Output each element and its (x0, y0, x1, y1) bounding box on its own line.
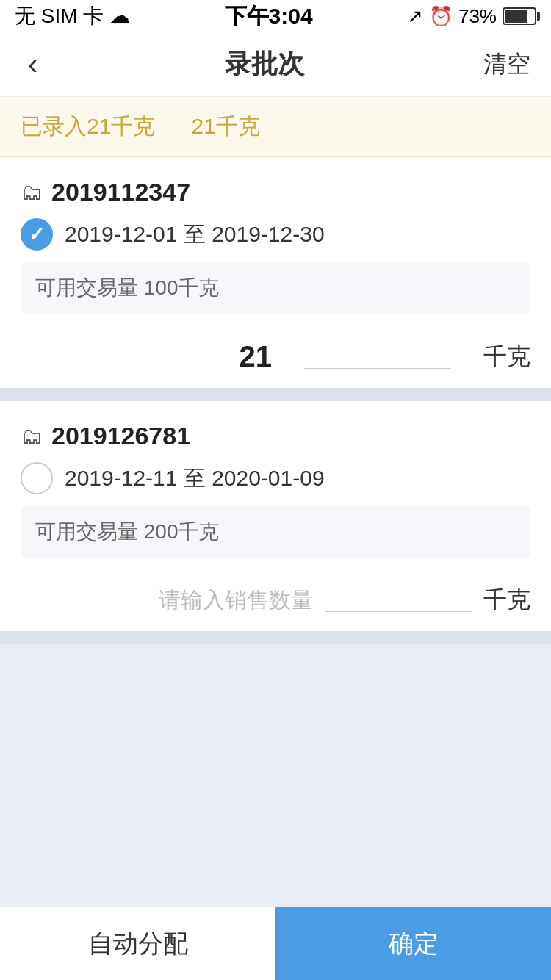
signal-text: 无 SIM 卡 ☁ (15, 2, 130, 30)
summary-banner: 已录入21千克 21千克 (0, 97, 551, 157)
batch-card-1: 🗂 2019112347 2019-12-01 至 2019-12-30 可用交… (0, 157, 551, 388)
recorded-label: 已录入21千克 (21, 112, 155, 142)
batch-2-radio[interactable] (21, 462, 53, 494)
batch-1-date-row[interactable]: 2019-12-01 至 2019-12-30 (0, 214, 551, 262)
status-bar: 无 SIM 卡 ☁ 下午3:04 ↗ ⏰ 73% (0, 0, 551, 32)
alarm-icon: ⏰ (429, 5, 453, 28)
status-left: 无 SIM 卡 ☁ (15, 2, 130, 30)
batch-2-icon: 🗂 (21, 424, 43, 449)
batch-2-date: 2019-12-11 至 2020-01-09 (65, 464, 325, 494)
batch-2-unit: 千克 (483, 584, 530, 616)
status-right: ↗ ⏰ 73% (407, 5, 536, 28)
nav-bar: ‹ 录批次 清空 (0, 32, 551, 97)
batch-1-icon: 🗂 (21, 180, 43, 205)
battery-icon (503, 7, 536, 25)
batch-1-available: 可用交易量 100千克 (21, 262, 530, 314)
status-time: 下午3:04 (225, 1, 313, 32)
batch-card-2: 🗂 2019126781 2019-12-11 至 2020-01-09 可用交… (0, 401, 551, 631)
footer: 自动分配 确定 (0, 907, 551, 980)
section-divider-1 (0, 388, 551, 401)
clear-button[interactable]: 清空 (483, 48, 530, 81)
batch-2-number: 2019126781 (51, 422, 190, 450)
batch-1-date: 2019-12-01 至 2019-12-30 (65, 220, 325, 250)
content-area: 已录入21千克 21千克 🗂 2019112347 2019-12-01 至 2… (0, 97, 551, 980)
batch-1-input-row: 21 千克 (0, 328, 551, 388)
batch-2-placeholder: 请输入销售数量 (21, 586, 313, 616)
batch-2-available: 可用交易量 200千克 (21, 506, 530, 558)
batch-1-header: 🗂 2019112347 (0, 157, 551, 214)
total-label: 21千克 (191, 112, 259, 142)
confirm-button[interactable]: 确定 (276, 907, 551, 980)
battery-fill (505, 10, 527, 23)
batch-1-number: 2019112347 (51, 178, 190, 206)
batch-1-unit: 千克 (483, 341, 530, 373)
back-button[interactable]: ‹ (21, 40, 45, 88)
battery-percent: 73% (458, 5, 497, 28)
batch-1-qty-value: 21 (240, 340, 273, 373)
section-divider-2 (0, 631, 551, 644)
batch-2-input-row[interactable]: 请输入销售数量 千克 (0, 572, 551, 631)
summary-divider (173, 116, 173, 138)
arrow-icon: ↗ (407, 5, 423, 28)
batch-1-radio[interactable] (21, 218, 53, 251)
auto-distribute-button[interactable]: 自动分配 (0, 907, 276, 980)
page-title: 录批次 (225, 46, 304, 82)
batch-2-header: 🗂 2019126781 (0, 401, 551, 458)
batch-2-date-row[interactable]: 2019-12-11 至 2020-01-09 (0, 458, 551, 506)
